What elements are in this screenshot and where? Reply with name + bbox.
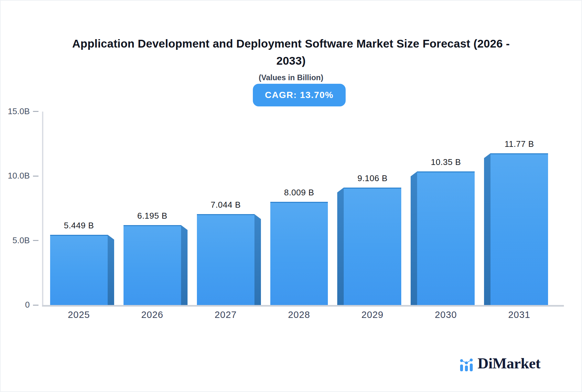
y-tick-dash	[33, 176, 38, 177]
x-axis-label-2026: 2026	[113, 310, 191, 320]
bar-2031	[490, 153, 548, 305]
x-axis-label-2028: 2028	[260, 310, 338, 320]
bar-2026-side-face	[181, 225, 188, 305]
bar-2025-side-face	[108, 235, 114, 305]
x-axis-label-2027: 2027	[187, 310, 264, 320]
x-axis-label-2029: 2029	[334, 310, 411, 320]
bar-2027	[197, 214, 254, 305]
bar-value-label: 10.35 B	[407, 157, 485, 167]
y-tick-label: 15.0B	[1, 106, 30, 116]
bar-2030-side-face	[411, 171, 417, 305]
bar-2026	[124, 225, 181, 305]
dimarket-logo: DiMarket	[460, 355, 540, 371]
bar-2030	[417, 171, 475, 305]
y-tick-label: 5.0B	[1, 235, 30, 245]
bar-value-label: 8.009 B	[260, 188, 338, 198]
y-tick-label: 0	[1, 300, 30, 310]
bar-value-label: 5.449 B	[40, 221, 118, 231]
y-tick-dash	[33, 240, 38, 241]
bar-value-label: 7.044 B	[187, 200, 264, 210]
bar-chart: 15.0B10.0B5.0B05.449 B20256.195 B20267.0…	[1, 1, 581, 391]
bar-value-label: 6.195 B	[113, 211, 191, 221]
bar-2027-side-face	[254, 214, 261, 305]
dimarket-logo-text: DiMarket	[478, 355, 540, 371]
bar-2029-side-face	[337, 188, 344, 305]
y-tick-dash	[33, 305, 38, 306]
dimarket-logo-icon	[460, 357, 473, 371]
bar-2028	[270, 202, 328, 305]
x-axis-label-2031: 2031	[480, 310, 558, 320]
y-tick-label: 10.0B	[1, 171, 30, 181]
bar-2029	[344, 188, 401, 305]
chart-canvas: Application Development and Deployment S…	[0, 0, 582, 392]
bar-value-label: 11.77 B	[480, 139, 558, 149]
x-axis-label-2025: 2025	[40, 310, 118, 320]
bar-2025	[50, 235, 108, 305]
x-axis-label-2030: 2030	[407, 310, 485, 320]
bar-2031-side-face	[484, 153, 490, 305]
x-axis-line	[42, 305, 564, 307]
y-axis-line	[42, 112, 43, 305]
bar-value-label: 9.106 B	[334, 173, 411, 183]
y-tick-dash	[33, 111, 38, 112]
